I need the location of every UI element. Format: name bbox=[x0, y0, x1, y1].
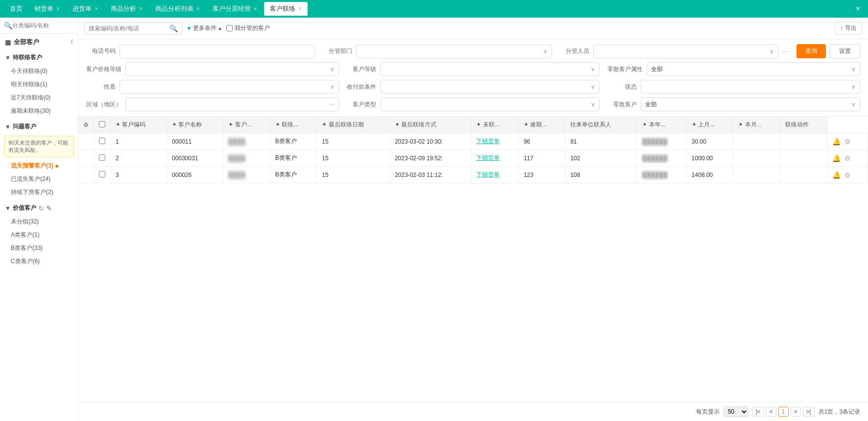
filter-dept-select[interactable]: ∨ bbox=[356, 45, 552, 58]
chevron-down-icon-9: ∨ bbox=[591, 101, 595, 108]
filter-customer-type-select[interactable]: ∨ bbox=[380, 98, 600, 111]
more-action-icon[interactable]: ⚙ bbox=[844, 138, 851, 146]
page-first-btn[interactable]: |< bbox=[752, 407, 764, 417]
col-last-way: ✦ 最后联络方式 bbox=[389, 117, 471, 133]
sidebar-search-input[interactable] bbox=[12, 22, 78, 29]
my-customers-checkbox[interactable]: 我分管的客户 bbox=[226, 24, 270, 32]
sidebar-item-overdue-contact[interactable]: 逾期未联络(30) bbox=[0, 104, 78, 118]
select-all-checkbox[interactable] bbox=[99, 121, 105, 127]
sidebar-item-week-contact[interactable]: 近7天待联络(0) bbox=[0, 91, 78, 104]
sidebar-item-class-b[interactable]: B类客户(33) bbox=[0, 242, 78, 255]
sidebar-collapse-icon[interactable]: 《 bbox=[68, 39, 73, 46]
sidebar-group-value-title[interactable]: ▼ 价值客户 ↻ ✎ bbox=[0, 201, 78, 215]
contact-action-icon[interactable]: 🔔 bbox=[832, 154, 841, 162]
contact-action-icon[interactable]: 🔔 bbox=[832, 138, 841, 146]
filter-actions: 查询 设置 bbox=[796, 44, 860, 58]
table-checkbox-col[interactable] bbox=[94, 117, 111, 133]
sidebar-item-churned[interactable]: 已流失客户(24) bbox=[0, 173, 78, 186]
tab-product-analysis-list[interactable]: 商品分析列表 × bbox=[149, 2, 206, 16]
cell-actions[interactable]: 🔔 ⚙ bbox=[827, 133, 868, 150]
filter-customer-level-select[interactable]: ∨ bbox=[380, 62, 600, 76]
tab-close-segment[interactable]: × bbox=[254, 5, 257, 12]
page-size-select[interactable]: 20 50 100 bbox=[723, 406, 748, 417]
tab-home[interactable]: 首页 bbox=[4, 4, 28, 13]
sidebar-item-churn-warning[interactable]: 流失预警客户(3) bbox=[0, 159, 78, 173]
more-conditions-btn[interactable]: ▼ 更多条件 ▲ bbox=[186, 24, 222, 32]
contact-action-icon[interactable]: 🔔 bbox=[832, 171, 841, 179]
filter-nature-label: 性质 bbox=[86, 83, 116, 91]
refresh-icon[interactable]: ↻ bbox=[38, 204, 44, 212]
search-input[interactable] bbox=[89, 25, 169, 32]
chevron-down-icon-5: ∨ bbox=[851, 66, 856, 73]
close-all-tabs-icon[interactable]: × bbox=[852, 4, 864, 13]
tab-sales-order[interactable]: 销货单 × bbox=[28, 2, 66, 16]
sidebar-item-tomorrow-contact[interactable]: 明天待联络(1) bbox=[0, 78, 78, 91]
tab-close-contact[interactable]: × bbox=[298, 5, 302, 12]
sidebar-item-ungrouped[interactable]: 未分组(32) bbox=[0, 215, 78, 228]
filter-retail-select[interactable]: 全部 ∨ bbox=[641, 98, 860, 111]
row-settings bbox=[78, 133, 94, 150]
tab-close-sales[interactable]: × bbox=[56, 5, 60, 12]
sidebar-item-declining[interactable]: 持续下滑客户(2) bbox=[0, 186, 78, 199]
page-next-btn[interactable]: > bbox=[791, 407, 801, 417]
tab-close-product-list[interactable]: × bbox=[196, 5, 200, 12]
col-uncontact: ✦ 未联... bbox=[471, 117, 518, 133]
sidebar-warn-box: 90天未交易的客户，可能有流失风险。 bbox=[4, 136, 74, 157]
tab-close-product-analysis[interactable]: × bbox=[139, 5, 143, 12]
sidebar-search-box[interactable]: 🔍 bbox=[0, 18, 78, 34]
toolbar-search-box[interactable]: 🔍 bbox=[84, 22, 182, 35]
filter-price-level: 客户价格等级 ∨ bbox=[86, 62, 339, 76]
filter-price-level-select[interactable]: ∨ bbox=[125, 62, 339, 76]
sidebar-group-pending-title[interactable]: ▼ 待联络客户 bbox=[0, 50, 78, 65]
sidebar-item-class-c[interactable]: C类客户(6) bbox=[0, 255, 78, 268]
row-checkbox[interactable] bbox=[94, 150, 111, 167]
filter-row-3: 性质 ∨ 收付款条件 ∨ 状态 bbox=[86, 80, 860, 94]
my-customers-check[interactable] bbox=[226, 25, 233, 31]
cell-last-way[interactable]: 下销货单 bbox=[471, 167, 518, 183]
cell-this-month bbox=[780, 167, 827, 183]
tab-close-purchase[interactable]: × bbox=[95, 5, 98, 12]
edit-icon[interactable]: ✎ bbox=[46, 204, 52, 212]
sidebar-all-customers[interactable]: ▦ 全部客户 《 bbox=[0, 34, 78, 50]
filter-status-select[interactable]: ∨ bbox=[641, 80, 860, 94]
row-checkbox[interactable] bbox=[94, 133, 111, 150]
row-checkbox[interactable] bbox=[94, 167, 111, 183]
cell-last-date: 2023-03-02 10:30: bbox=[389, 133, 471, 150]
table-settings-col[interactable]: ⚙ bbox=[78, 117, 94, 133]
more-action-icon[interactable]: ⚙ bbox=[844, 154, 851, 162]
more-action-icon[interactable]: ⚙ bbox=[844, 171, 851, 179]
toolbar-search-icon[interactable]: 🔍 bbox=[169, 25, 178, 32]
col-actions: 联络动作 bbox=[780, 117, 827, 133]
filter-region-select[interactable]: ··· bbox=[125, 98, 339, 111]
cell-actions[interactable]: 🔔 ⚙ bbox=[827, 167, 868, 183]
sidebar-item-today-contact[interactable]: 今天待联络(0) bbox=[0, 65, 78, 78]
settings-button[interactable]: 设置 bbox=[830, 44, 860, 58]
filter-retail-attr-select[interactable]: 全部 ∨ bbox=[647, 62, 860, 76]
cell-last-way[interactable]: 下销货单 bbox=[471, 133, 518, 150]
cell-actions[interactable]: 🔔 ⚙ bbox=[827, 150, 868, 167]
filter-row-1: 电话号码 分管部门 ∨ 分管人员 ∨ ··· bbox=[86, 44, 860, 58]
filter-phone-input[interactable] bbox=[120, 45, 315, 58]
cell-last-way[interactable]: 下销货单 bbox=[471, 150, 518, 167]
filter-person-select[interactable]: ∨ bbox=[593, 45, 778, 58]
query-button[interactable]: 查询 bbox=[796, 44, 826, 58]
filter-nature-select[interactable]: ∨ bbox=[120, 80, 339, 94]
filter-payment-select[interactable]: ∨ bbox=[380, 80, 600, 94]
tab-customer-segment[interactable]: 客户分层经营 × bbox=[207, 2, 263, 16]
cell-year: 1000.00 bbox=[686, 150, 733, 167]
chevron-down-icon-3: ∨ bbox=[330, 66, 335, 73]
more-icon[interactable]: ··· bbox=[782, 47, 789, 56]
sidebar-group-pending: ▼ 待联络客户 今天待联络(0) 明天待联络(1) 近7天待联络(0) 逾期未联… bbox=[0, 50, 78, 118]
tab-product-analysis[interactable]: 商品分析 × bbox=[105, 2, 148, 16]
page-prev-btn[interactable]: < bbox=[766, 407, 776, 417]
tab-customer-contact[interactable]: 客户联络 × bbox=[264, 2, 308, 16]
row-settings bbox=[78, 150, 94, 167]
sidebar-item-class-a[interactable]: A类客户(1) bbox=[0, 228, 78, 242]
row-settings bbox=[78, 167, 94, 183]
table-row: 3 000026 ████ B类客户 15 2023-02-03 11:12: … bbox=[78, 167, 868, 183]
page-last-btn[interactable]: >| bbox=[803, 407, 815, 417]
chevron-down-icon-4: ∨ bbox=[591, 66, 595, 73]
export-button[interactable]: ↑ 导出 bbox=[835, 22, 862, 35]
tab-purchase-order[interactable]: 进货单 × bbox=[67, 2, 104, 16]
sidebar-group-problem-title[interactable]: ▼ 问题客户 bbox=[0, 120, 78, 134]
